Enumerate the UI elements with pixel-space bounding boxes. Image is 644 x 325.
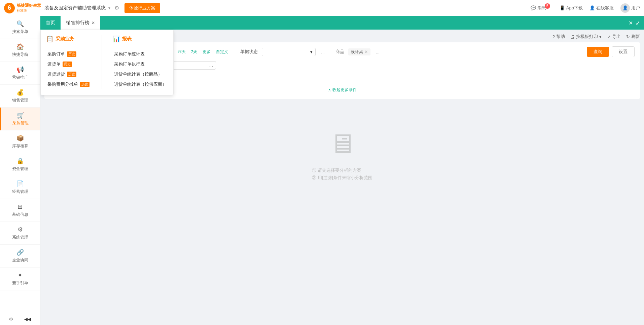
basic-info-icon: ⊞ [17, 203, 23, 210]
top-right: 💬 消息 5 📱 App下载 👤 在线客服 👤 用户 [531, 3, 640, 13]
empty-illustration: 🖥 [329, 128, 356, 159]
top-header: 6 畅捷通好生意 标准版 装备及固定资产辅助管理系统 ▾ ⚙ 体验行业方案 💬 … [0, 0, 644, 16]
status-more-icon[interactable]: ... [321, 49, 325, 54]
sidebar-bottom: ⚙ ◀◀ [0, 313, 40, 325]
purchase-menu-icon: 📋 [46, 35, 53, 43]
system-title-area: 装备及固定资产辅助管理系统 ▾ ⚙ 体验行业方案 [44, 3, 531, 13]
status-select[interactable]: ▾ [262, 48, 316, 56]
search-icon: 🔍 [16, 20, 24, 28]
online-service[interactable]: 👤 在线客服 [589, 5, 614, 11]
sidebar-item-inventory[interactable]: 📦 库存核算 [0, 130, 40, 153]
sidebar-settings-icon[interactable]: ⚙ [9, 317, 13, 322]
help-btn[interactable]: ? 帮助 [552, 34, 565, 40]
sidebar-item-operations[interactable]: 📄 经营管理 [0, 176, 40, 199]
menu-item-purchase-expense[interactable]: 采购费用分摊单 历史 [46, 79, 91, 89]
purchase-section-title: 📋 采购业务 [46, 35, 91, 45]
tab-home[interactable]: 首页 [40, 16, 61, 30]
logo-area: 6 畅捷通好生意 标准版 [4, 3, 44, 13]
message-icon: 💬 [531, 5, 536, 10]
quick-date-yesterday[interactable]: 昨天 [176, 48, 187, 55]
menu-divider [102, 35, 102, 89]
operations-icon: 📄 [16, 180, 24, 188]
marketing-icon: 📢 [16, 66, 24, 73]
sidebar-item-marketing[interactable]: 📢 营销推广 [0, 62, 40, 85]
status-label: 单据状态 [240, 49, 258, 55]
collapse-icon: ∧ [328, 88, 331, 92]
status-dropdown-icon: ▾ [310, 49, 313, 54]
enterprise-icon: 🔗 [16, 249, 24, 256]
action-buttons: 查询 设置 [587, 46, 635, 57]
sidebar-item-sales[interactable]: 💰 销售管理 [0, 85, 40, 108]
print-btn[interactable]: 🖨 按模板打印 ▾ [570, 34, 602, 40]
settings-btn[interactable]: 设置 [612, 46, 635, 57]
settings-icon[interactable]: ⚙ [114, 5, 119, 11]
history-badge-3: 历史 [80, 82, 90, 87]
tab-close-all-icon[interactable]: ✕ [629, 20, 633, 26]
tab-bar-right: ✕ ⤢ [629, 20, 644, 26]
query-btn[interactable]: 查询 [587, 47, 609, 57]
menu-item-purchase-order[interactable]: 采购订单 历史 [46, 49, 91, 59]
home-icon: 🏠 [16, 43, 24, 50]
history-badge-2: 历史 [67, 72, 76, 77]
tab-bar: 首页 销售排行榜 ✕ ✕ ⤢ [40, 16, 644, 30]
export-icon: ↗ [607, 34, 611, 39]
history-badge-1: 历史 [63, 62, 72, 67]
goods-label: 商品 [335, 49, 344, 55]
goods-tag: 设计桌 ✕ [348, 48, 370, 55]
quick-date-7days[interactable]: 7天 [190, 48, 199, 55]
purchase-dropdown-menu: 📋 采购业务 采购订单 历史 进货单 历史 进货退货 历史 采购费用分摊单 历史… [40, 30, 174, 95]
goods-more-icon[interactable]: ... [376, 49, 380, 54]
message-item[interactable]: 💬 消息 5 [531, 5, 553, 11]
quick-date-custom[interactable]: 自定义 [215, 48, 229, 55]
app-download[interactable]: 📱 App下载 [560, 5, 583, 11]
finance-icon: 🔒 [16, 157, 24, 165]
sidebar-item-basic-info[interactable]: ⊞ 基础信息 [0, 199, 40, 222]
menu-item-purchase-return[interactable]: 进货退货 历史 [46, 69, 91, 79]
tab-sales-ranking[interactable]: 销售排行榜 ✕ [61, 16, 100, 30]
user-area[interactable]: 👤 用户 [620, 3, 640, 13]
sidebar-collapse-icon[interactable]: ◀◀ [24, 317, 31, 322]
sidebar-item-guide[interactable]: ✦ 新手引导 [0, 268, 40, 290]
inventory-icon: 📦 [16, 134, 24, 142]
goods-tag-close[interactable]: ✕ [364, 49, 368, 54]
sidebar-item-search[interactable]: 🔍 搜索菜单 [0, 16, 40, 39]
report-section-title: 📊 报表 [113, 35, 168, 45]
help-icon: ? [552, 34, 555, 39]
guide-icon: ✦ [17, 272, 23, 279]
sidebar-item-purchase[interactable]: 🛒 采购管理 [0, 108, 40, 130]
message-badge: 5 [545, 3, 550, 9]
empty-tips: 请先选择要分析的方案 用[过滤]条件来缩小分析范围 [312, 166, 372, 182]
print-dropdown-icon: ▾ [599, 34, 602, 39]
sidebar: 🔍 搜索菜单 🏠 快捷导航 📢 营销推广 💰 销售管理 🛒 采购管理 📦 库存核… [0, 16, 40, 325]
empty-state: 🖥 请先选择要分析的方案 用[过滤]条件来缩小分析范围 [44, 101, 640, 209]
refresh-icon: ↻ [626, 34, 630, 39]
system-dropdown-arrow[interactable]: ▾ [108, 6, 110, 10]
logo-icon: 6 [4, 3, 15, 13]
export-btn[interactable]: ↗ 导出 [607, 34, 621, 40]
menu-item-report-order-stats[interactable]: 采购订单统计表 [113, 49, 168, 59]
print-icon: 🖨 [570, 34, 575, 39]
avatar: 👤 [620, 3, 630, 13]
system-title: 装备及固定资产辅助管理系统 [44, 5, 106, 11]
sidebar-item-system[interactable]: ⚙ 系统管理 [0, 222, 40, 245]
report-menu-icon: 📊 [113, 35, 120, 43]
refresh-btn[interactable]: ↻ 刷新 [626, 34, 640, 40]
menu-item-report-order-exec[interactable]: 采购订单执行表 [113, 59, 168, 69]
tab-expand-icon[interactable]: ⤢ [636, 20, 640, 26]
sidebar-item-quick-nav[interactable]: 🏠 快捷导航 [0, 39, 40, 62]
tab-close-icon[interactable]: ✕ [92, 21, 95, 25]
menu-item-report-incoming-supplier[interactable]: 进货单统计表（按供应商） [113, 79, 168, 89]
salesperson-more-icon: ... [209, 63, 213, 68]
sidebar-item-enterprise[interactable]: 🔗 企业协同 [0, 245, 40, 268]
system-icon: ⚙ [17, 226, 23, 233]
sidebar-item-finance[interactable]: 🔒 资金管理 [0, 153, 40, 176]
quick-date-more[interactable]: 更多 [201, 48, 212, 55]
phone-icon: 📱 [560, 5, 565, 10]
menu-item-report-incoming-goods[interactable]: 进货单统计表（按商品） [113, 69, 168, 79]
purchase-column: 📋 采购业务 采购订单 历史 进货单 历史 进货退货 历史 采购费用分摊单 历史 [46, 35, 91, 89]
industry-btn[interactable]: 体验行业方案 [124, 3, 160, 13]
menu-item-purchase-incoming[interactable]: 进货单 历史 [46, 59, 91, 69]
history-badge-0: 历史 [67, 51, 76, 57]
purchase-icon: 🛒 [17, 112, 24, 119]
sales-icon: 💰 [16, 89, 24, 96]
